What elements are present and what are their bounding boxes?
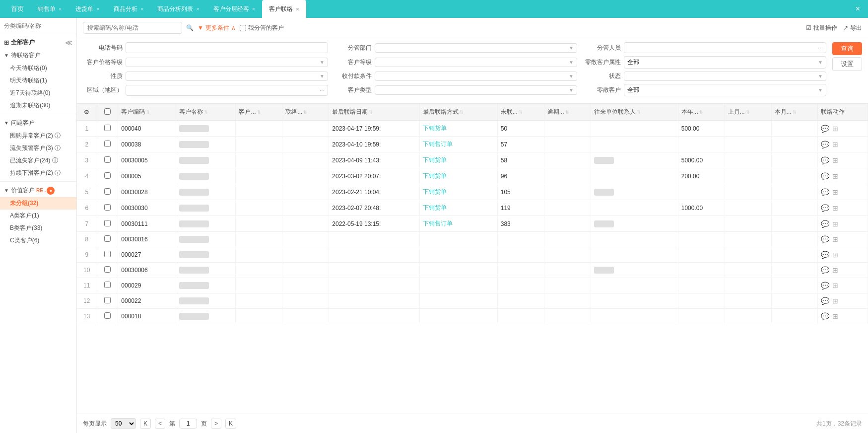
sidebar-item-today[interactable]: 今天待联络(0) [0,62,76,74]
grid-action-icon[interactable]: ⊞ [832,156,838,164]
row-checkbox[interactable] [104,312,111,319]
status-select[interactable]: ▼ [624,72,826,81]
grid-action-icon[interactable]: ⊞ [832,312,838,320]
customer-level-select[interactable]: ▼ [375,58,577,67]
grid-action-icon[interactable]: ⊞ [832,204,838,212]
row-checkbox[interactable] [104,235,111,242]
tab-customer-segment[interactable]: 客户分层经客 × [206,0,262,18]
message-icon[interactable]: 💬 [821,156,829,164]
close-customer-segment-icon[interactable]: × [252,6,255,12]
nature-select[interactable]: ▼ [126,72,328,81]
batch-ops-btn[interactable]: ☑ 批量操作 [806,24,837,32]
payment-select[interactable]: ▼ [375,72,577,81]
message-icon[interactable]: 💬 [821,141,829,148]
page-input[interactable] [179,419,197,429]
select-all-checkbox[interactable] [104,108,111,115]
last-contact-link[interactable]: 下销货单 [423,188,447,195]
message-icon[interactable]: 💬 [821,282,829,289]
person-select[interactable]: ··· [624,42,826,53]
next-page-btn[interactable]: > [211,419,221,429]
last-contact-link[interactable]: 下销售订单 [423,141,453,147]
row-checkbox[interactable] [104,251,111,257]
message-icon[interactable]: 💬 [821,235,829,243]
grid-action-icon[interactable]: ⊞ [832,297,838,305]
window-close-button[interactable]: × [852,4,864,13]
message-icon[interactable]: 💬 [821,297,829,305]
last-contact-link[interactable]: 下销售订单 [423,220,453,227]
all-customers-header[interactable]: ⊞ 全部客户 ≪ [0,34,76,49]
last-page-btn[interactable]: K [225,419,236,429]
sidebar-search-input[interactable] [4,22,77,29]
row-checkbox[interactable] [104,282,111,288]
grid-action-icon[interactable]: ⊞ [832,282,838,289]
grid-action-icon[interactable]: ⊞ [832,172,838,180]
price-level-select[interactable]: ▼ [126,58,328,67]
sidebar-item-churned[interactable]: 已流失客户(24) ⓘ [0,154,76,167]
export-btn[interactable]: ↗ 导出 [843,24,862,32]
grid-action-icon[interactable]: ⊞ [832,141,838,148]
message-icon[interactable]: 💬 [821,266,829,274]
tab-customer-contact[interactable]: 客户联络 × [262,0,306,18]
grid-action-icon[interactable]: ⊞ [832,251,838,259]
dept-select[interactable]: ▼ [375,43,577,53]
region-select[interactable]: ··· [126,85,328,96]
tab-product-list[interactable]: 商品分析列表 × [150,0,206,18]
row-checkbox[interactable] [104,172,111,179]
sidebar-item-type-a[interactable]: A类客户(1) [0,210,76,222]
close-purchase-icon[interactable]: × [96,6,99,12]
search-input[interactable] [83,22,182,34]
collapse-sidebar-icon[interactable]: ≪ [65,39,72,47]
message-icon[interactable]: 💬 [821,251,829,259]
prev-page-btn[interactable]: < [155,419,165,429]
close-product-analysis-icon[interactable]: × [140,6,143,12]
message-icon[interactable]: 💬 [821,204,829,212]
reset-button[interactable]: 设置 [832,57,862,71]
tab-sales[interactable]: 销售单 × [31,0,68,18]
row-checkbox[interactable] [104,188,111,195]
per-page-select[interactable]: 50 100 200 [111,418,136,429]
row-checkbox[interactable] [104,125,111,131]
row-checkbox[interactable] [104,204,111,211]
first-page-btn[interactable]: K [140,419,151,429]
sidebar-item-overdue[interactable]: 逾期未联络(30) [0,99,76,112]
problem-customers-group[interactable]: ▼ 问题客户 [0,116,76,130]
close-sales-icon[interactable]: × [59,6,62,12]
sidebar-item-churn-warning[interactable]: 流失预警客户(3) ⓘ [0,142,76,154]
grid-action-icon[interactable]: ⊞ [832,266,838,274]
grid-action-icon[interactable]: ⊞ [832,188,838,196]
more-conditions-btn[interactable]: ▼ 更多条件 ∧ [198,24,236,32]
tab-home[interactable]: 首页 [4,0,31,18]
last-contact-link[interactable]: 下销货单 [423,172,447,179]
grid-action-icon[interactable]: ⊞ [832,125,838,133]
scatter-attr-select[interactable]: 全部 ▼ [624,56,826,69]
tab-purchase[interactable]: 进货单 × [68,0,106,18]
last-contact-link[interactable]: 下销货单 [423,125,447,132]
value-customers-group[interactable]: ▼ 价值客户 RE . ● [0,184,76,197]
sidebar-item-type-c[interactable]: C类客户(6) [0,234,76,247]
pending-contact-group[interactable]: ▼ 待联络客户 [0,49,76,62]
row-checkbox[interactable] [104,156,111,163]
sidebar-item-ungroup[interactable]: 未分组(32) [0,197,76,210]
message-icon[interactable]: 💬 [821,312,829,320]
message-icon[interactable]: 💬 [821,220,829,228]
tab-product-analysis[interactable]: 商品分析 × [107,0,150,18]
close-product-list-icon[interactable]: × [196,6,199,12]
scatter-customer-select[interactable]: 全部 ▼ [624,84,826,96]
settings-th[interactable]: ⚙ [77,104,97,121]
sidebar-item-abnormal[interactable]: 囤购异常客户(2) ⓘ [0,130,76,142]
last-contact-link[interactable]: 下销货单 [423,204,447,211]
sidebar-item-type-b[interactable]: B类客户(33) [0,222,76,234]
row-checkbox[interactable] [104,220,111,226]
row-checkbox[interactable] [104,297,111,303]
my-customers-checkbox[interactable] [240,25,246,31]
message-icon[interactable]: 💬 [821,188,829,196]
message-icon[interactable]: 💬 [821,125,829,133]
message-icon[interactable]: 💬 [821,172,829,180]
filter-search-icon[interactable]: 🔍 [186,24,194,31]
sidebar-item-declining[interactable]: 持续下滑客户(2) ⓘ [0,167,76,179]
row-checkbox[interactable] [104,141,111,147]
row-checkbox[interactable] [104,266,111,273]
last-contact-link[interactable]: 下销货单 [423,156,447,163]
grid-action-icon[interactable]: ⊞ [832,235,838,243]
close-customer-contact-icon[interactable]: × [296,6,299,12]
